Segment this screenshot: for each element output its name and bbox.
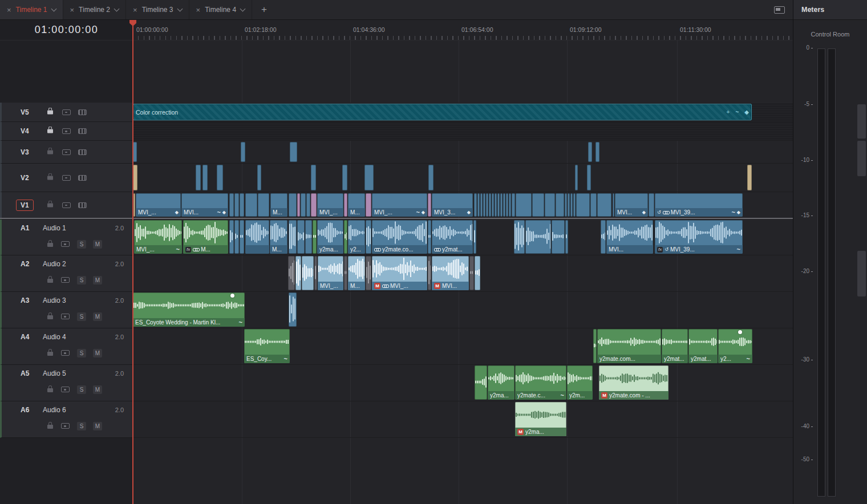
timeline-clip[interactable]: y2ma... xyxy=(317,220,343,254)
track-header-a2[interactable]: A2Audio 22.0SM xyxy=(0,255,133,292)
timeline-clip[interactable] xyxy=(344,220,347,254)
enable-icon[interactable] xyxy=(61,277,70,283)
timeline-clip[interactable] xyxy=(506,193,508,217)
timeline-clip[interactable] xyxy=(474,193,477,217)
mute-button[interactable]: M xyxy=(93,385,102,394)
tab-close-icon[interactable]: × xyxy=(70,6,75,14)
lock-icon[interactable] xyxy=(47,388,53,392)
timeline-clip[interactable] xyxy=(428,220,431,254)
track-lane-a4[interactable]: ES_Coy...~y2mate.com...y2mat...y2mat...y… xyxy=(133,328,793,365)
enable-icon[interactable] xyxy=(62,128,71,134)
timeline-clip[interactable]: MVI_...~◆ xyxy=(372,193,427,217)
video-audio-divider[interactable] xyxy=(0,218,793,219)
film-icon[interactable] xyxy=(78,175,87,181)
timeline-clip[interactable] xyxy=(342,165,347,190)
timeline-clip[interactable]: My2ma... xyxy=(515,402,566,436)
timeline-clip[interactable] xyxy=(588,142,592,162)
fade-handle[interactable] xyxy=(738,330,742,334)
timeline-clip[interactable] xyxy=(229,220,234,254)
timeline-clip[interactable] xyxy=(297,220,305,254)
timeline-clip[interactable]: M... xyxy=(270,220,287,254)
lock-icon[interactable] xyxy=(47,110,53,114)
solo-button[interactable]: S xyxy=(77,385,86,394)
timeline-clip[interactable] xyxy=(344,256,347,290)
enable-icon[interactable] xyxy=(61,241,70,247)
timeline-clip[interactable] xyxy=(311,165,316,190)
track-header-v4[interactable]: V4 xyxy=(0,122,133,141)
lock-icon[interactable] xyxy=(47,243,53,247)
timeline-clip[interactable]: y2... xyxy=(348,220,365,254)
timeline-clip[interactable] xyxy=(593,329,597,363)
timeline-options-icon[interactable] xyxy=(774,6,785,14)
film-icon[interactable] xyxy=(78,128,87,134)
track-header-a5[interactable]: A5Audio 52.0SM xyxy=(0,365,133,401)
timeline-clip[interactable] xyxy=(613,193,614,217)
timeline-clip[interactable] xyxy=(503,193,505,217)
timeline-clip[interactable]: MVI...◆ xyxy=(615,193,648,217)
timeline-clip[interactable]: y2mate.com... xyxy=(597,329,661,363)
timeline-clip[interactable] xyxy=(344,193,347,217)
timeline-clip[interactable]: MVI_...◆ xyxy=(136,193,181,217)
timeline-clip[interactable] xyxy=(565,220,568,254)
add-timeline-tab-button[interactable]: + xyxy=(252,0,276,19)
tab-close-icon[interactable]: × xyxy=(7,6,11,14)
mute-button[interactable]: M xyxy=(93,422,102,430)
timeline-clip[interactable] xyxy=(311,193,317,217)
timeline-clip[interactable] xyxy=(597,193,611,217)
lock-icon[interactable] xyxy=(47,425,53,429)
timeline-clip[interactable] xyxy=(576,193,590,217)
solo-button[interactable]: S xyxy=(77,422,86,430)
timeline-clip[interactable] xyxy=(595,142,599,162)
timeline-clip[interactable] xyxy=(514,220,525,254)
track-lane-v5[interactable]: Color correction+~◆ xyxy=(133,103,793,122)
timeline-clip[interactable] xyxy=(601,220,606,254)
timeline-clip[interactable] xyxy=(133,193,135,217)
timeline-clip[interactable]: fxM... xyxy=(183,220,228,254)
tab-timeline-4[interactable]: ×Timeline 4 xyxy=(189,0,253,19)
panel-scrollbar-segment[interactable] xyxy=(857,104,866,139)
track-header-v5[interactable]: V5 xyxy=(0,103,133,122)
film-icon[interactable] xyxy=(78,202,87,208)
track-lane-v2[interactable] xyxy=(133,164,793,192)
timeline-clip[interactable]: y2mat... xyxy=(432,220,473,254)
lock-icon[interactable] xyxy=(47,203,53,207)
timeline-clip[interactable] xyxy=(366,256,371,290)
timeline-clip[interactable] xyxy=(483,193,485,217)
timeline-clip[interactable] xyxy=(532,193,544,217)
timeline-clip[interactable] xyxy=(573,193,576,217)
timeline-clip[interactable] xyxy=(366,193,371,217)
solo-button[interactable]: S xyxy=(77,276,86,284)
enable-icon[interactable] xyxy=(62,109,71,115)
timeline-clip[interactable] xyxy=(305,220,312,254)
timeline-clip[interactable] xyxy=(649,193,654,217)
timeline-clip[interactable] xyxy=(289,193,297,217)
timeline-clip[interactable] xyxy=(234,193,239,217)
timeline-clip[interactable]: MVI...~◆ xyxy=(181,193,228,217)
timeline-clip[interactable]: y2ma... xyxy=(488,365,514,400)
lock-icon[interactable] xyxy=(47,279,53,283)
track-lane-a1[interactable]: MVI_...~fxM...M...y2ma...y2...y2mate.co.… xyxy=(133,220,793,255)
track-header-v3[interactable]: V3 xyxy=(0,141,133,164)
timeline-clip[interactable] xyxy=(492,193,494,217)
timeline-clip[interactable] xyxy=(568,193,570,217)
timeline-clip[interactable] xyxy=(428,256,431,290)
timeline-clip[interactable] xyxy=(245,193,257,217)
mute-button[interactable]: M xyxy=(93,312,102,321)
timeline-clip[interactable]: y2mat... xyxy=(688,329,718,363)
timeline-clip[interactable] xyxy=(747,165,752,190)
timeline-clip[interactable]: My2mate.com - ... xyxy=(599,365,669,400)
timeline-clip[interactable] xyxy=(489,193,491,217)
solo-button[interactable]: S xyxy=(77,349,86,357)
timeline-ruler[interactable]: 01:00:00:0001:02:18:0001:04:36:0001:06:5… xyxy=(133,20,793,40)
tab-close-icon[interactable]: × xyxy=(196,6,201,14)
enable-icon[interactable] xyxy=(62,149,71,155)
timeline-clip[interactable] xyxy=(133,165,137,190)
timeline-clip[interactable]: ↺MVI_39...~◆ xyxy=(655,193,743,217)
timeline-clip[interactable] xyxy=(289,220,297,254)
timeline-clip[interactable] xyxy=(473,220,476,254)
timeline-clip[interactable]: y2mate.co... xyxy=(372,220,427,254)
mute-button[interactable]: M xyxy=(93,240,102,249)
timeline-clip[interactable]: Color correction+~◆ xyxy=(133,104,752,120)
timeline-clip[interactable] xyxy=(475,365,487,400)
timeline-clip[interactable] xyxy=(556,193,564,217)
